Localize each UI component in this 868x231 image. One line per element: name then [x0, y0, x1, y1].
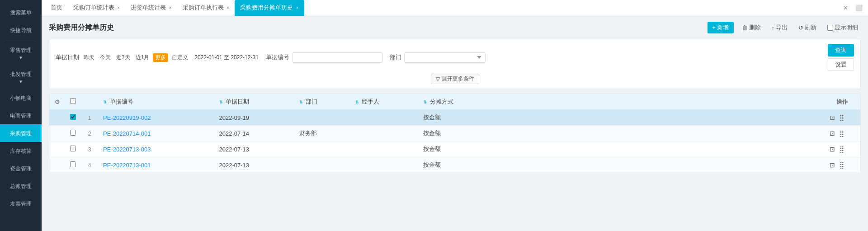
row-docno-link-2[interactable]: PE-20220714-001 [103, 130, 151, 137]
row-more-btn-4[interactable]: ⣿ [839, 160, 845, 170]
row-view-btn-1[interactable]: ⊡ [829, 113, 836, 122]
expand-more-button[interactable]: ▽ 展开更多条件 [431, 74, 479, 84]
add-button[interactable]: + 新增 [708, 22, 733, 33]
row-date-1: 2022-09-19 [215, 110, 295, 126]
select-all-checkbox[interactable] [70, 98, 76, 104]
sort-icon-method: ⇅ [423, 99, 427, 104]
dept-label: 部门 [390, 53, 401, 61]
th-num [80, 94, 99, 110]
filter-dept-item: 部门 财务部 [390, 52, 486, 63]
sort-icon-handler: ⇅ [355, 99, 359, 104]
tab-home[interactable]: 首页 [45, 0, 68, 16]
shortcut-1month[interactable]: 近1月 [134, 53, 151, 62]
row-gear-4 [49, 157, 66, 173]
sidebar-item-invoice[interactable]: 发票管理 [0, 195, 42, 212]
row-checkbox-3[interactable] [70, 146, 76, 151]
sidebar-item-retail[interactable]: 零售管理 ▼ [0, 41, 42, 65]
sidebar-item-ecom[interactable]: 电商管理 [0, 107, 42, 124]
row-more-btn-2[interactable]: ⣿ [839, 129, 845, 138]
row-actions-3: ⊡ ⣿ [824, 141, 860, 157]
date-range-text: 2022-01-01 至 2022-12-31 [194, 54, 258, 61]
row-checkbox-4[interactable] [70, 161, 76, 167]
filter-date-item: 单据日期 昨天 今天 近7天 近1月 更多 自定义 2022-01-01 至 2… [56, 53, 259, 62]
delete-button[interactable]: 🗑 删除 [739, 22, 764, 33]
refresh-button[interactable]: ↺ 刷新 [796, 22, 819, 33]
table-container: ⚙ ⇅ 单据编号 ⇅ 单据日期 [49, 94, 861, 173]
query-settings-group: 查询 设置 [828, 44, 854, 71]
export-icon: ↑ [772, 24, 775, 31]
row-more-btn-3[interactable]: ⣿ [839, 145, 845, 154]
sidebar-divider [6, 40, 35, 40]
tab-close-purchase-exec[interactable]: × [226, 0, 229, 16]
gear-icon[interactable]: ⚙ [55, 99, 60, 105]
sidebar-item-shortcuts[interactable]: 快捷导航 [0, 21, 42, 39]
page-header: 采购费用分摊单历史 + 新增 🗑 删除 ↑ 导出 ↺ 刷新 显示明细 [49, 22, 861, 33]
row-docno-link-4[interactable]: PE-20220713-001 [103, 162, 151, 169]
sort-icon-docno: ⇅ [103, 99, 107, 104]
th-actions: 操作 [824, 94, 860, 110]
shortcut-more[interactable]: 更多 [153, 53, 168, 62]
tab-close-purchase-stats[interactable]: × [117, 0, 120, 16]
header-actions: + 新增 🗑 删除 ↑ 导出 ↺ 刷新 显示明细 [708, 22, 861, 33]
tab-purchase-stats[interactable]: 采购订单统计表 × [68, 0, 125, 16]
docno-input[interactable] [292, 52, 382, 63]
row-date-2: 2022-07-14 [215, 126, 295, 141]
tab-goods-stats[interactable]: 进货单统计表 × [125, 0, 177, 16]
row-gear-2 [49, 126, 66, 141]
row-method-4: 按金额 [419, 157, 824, 173]
row-checkbox-1[interactable] [70, 114, 76, 120]
row-handler-2 [351, 126, 419, 141]
show-columns-button[interactable]: 显示明细 [825, 22, 861, 33]
row-view-btn-2[interactable]: ⊡ [829, 129, 836, 138]
sidebar-item-search[interactable]: 搜索菜单 [0, 4, 42, 21]
table-row: 1 PE-20220919-002 2022-09-19 按金额 ⊡ ⣿ [49, 110, 860, 126]
sidebar-item-wholesale[interactable]: 批发管理 ▼ [0, 65, 42, 89]
filter-docno-item: 单据编号 [266, 52, 382, 63]
tab-close-goods-stats[interactable]: × [169, 0, 171, 16]
table-row: 3 PE-20220713-003 2022-07-13 按金额 ⊡ ⣿ [49, 141, 860, 157]
chevron-down-icon: ▼ [19, 79, 23, 84]
row-docno-1: PE-20220919-002 [99, 110, 215, 126]
sidebar-item-ledger[interactable]: 总账管理 [0, 177, 42, 195]
row-more-btn-1[interactable]: ⣿ [839, 113, 845, 122]
row-handler-4 [351, 157, 419, 173]
row-date-4: 2022-07-13 [215, 157, 295, 173]
th-handler: ⇅ 经手人 [351, 94, 419, 110]
delete-icon: 🗑 [742, 24, 748, 31]
shortcut-7days[interactable]: 近7天 [114, 53, 132, 62]
row-view-btn-4[interactable]: ⊡ [829, 160, 836, 170]
shortcut-custom[interactable]: 自定义 [170, 53, 190, 62]
row-docno-link-1[interactable]: PE-20220919-002 [103, 114, 151, 121]
dept-select-wrap: 财务部 [404, 52, 486, 63]
query-button[interactable]: 查询 [828, 44, 854, 57]
sort-icon-date: ⇅ [219, 99, 223, 104]
tab-purchase-exec[interactable]: 采购订单执行表 × [177, 0, 235, 16]
sidebar-item-ecom-small[interactable]: 小畅电商 [0, 89, 42, 107]
th-doc-no: ⇅ 单据编号 [99, 94, 215, 110]
tab-purchase-cost-history[interactable]: 采购费用分摊单历史 × [235, 0, 304, 16]
table-row: 2 PE-20220714-001 2022-07-14 财务部 按金额 ⊡ ⣿ [49, 126, 860, 141]
filter-expand-row: ▽ 展开更多条件 [56, 74, 854, 84]
row-view-btn-3[interactable]: ⊡ [829, 145, 836, 154]
row-checkbox-2[interactable] [70, 130, 76, 136]
row-docno-link-3[interactable]: PE-20220713-003 [103, 146, 151, 153]
export-button[interactable]: ↑ 导出 [769, 22, 791, 33]
sidebar-item-inventory[interactable]: 库存核算 [0, 142, 42, 160]
shortcut-yesterday[interactable]: 昨天 [82, 53, 96, 62]
row-dept-1 [295, 110, 351, 126]
show-columns-checkbox[interactable] [827, 25, 833, 31]
sidebar-item-finance[interactable]: 资金管理 [0, 160, 42, 177]
restore-window-button[interactable]: ⬜ [854, 4, 864, 12]
docno-label: 单据编号 [266, 53, 289, 61]
th-gear: ⚙ [49, 94, 66, 110]
sidebar-item-purchase[interactable]: 采购管理 [0, 124, 42, 142]
dept-select[interactable]: 财务部 [404, 52, 486, 63]
tab-close-cost-history[interactable]: × [296, 0, 298, 16]
row-actions-group-1: ⊡ ⣿ [829, 113, 856, 122]
row-handler-1 [351, 110, 419, 126]
settings-button[interactable]: 设置 [828, 58, 854, 71]
close-window-button[interactable]: ✕ [841, 4, 850, 12]
row-gear-1 [49, 110, 66, 126]
page-area: 采购费用分摊单历史 + 新增 🗑 删除 ↑ 导出 ↺ 刷新 显示明细 [42, 16, 868, 231]
shortcut-today[interactable]: 今天 [98, 53, 113, 62]
